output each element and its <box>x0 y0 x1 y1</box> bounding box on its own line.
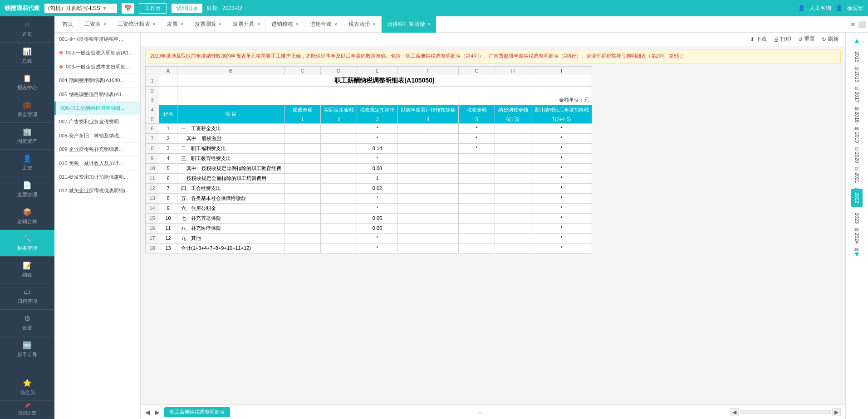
year-2023[interactable]: 2023年 <box>851 209 863 227</box>
sidebar-item-inout[interactable]: 📦 进销台账 <box>0 203 54 230</box>
reset-label: 重置 <box>804 35 815 43</box>
print-button[interactable]: 🖨 打印 <box>774 35 791 43</box>
sidebar-item-settings[interactable]: ⚙ 设置 <box>0 310 54 336</box>
cell-3a[interactable] <box>159 95 177 105</box>
service-label[interactable]: 人工客询 <box>809 5 831 12</box>
year-2024[interactable]: 2024年 <box>851 229 863 247</box>
tab-home[interactable]: 首页 <box>57 16 79 33</box>
sidebar-item-archive[interactable]: 🗂 归档管理 <box>0 283 54 310</box>
tab-salary-report[interactable]: 工资统计报表 × <box>112 16 162 33</box>
tab-income-tax-close[interactable]: × <box>428 22 431 27</box>
tab-salary-close[interactable]: × <box>103 22 106 27</box>
tab-salary[interactable]: 工资表 × <box>79 16 112 33</box>
year-2015[interactable]: 2015年 <box>851 48 863 66</box>
left-panel-item-011[interactable]: 011-研发费用加计扣除优惠明... <box>54 171 140 184</box>
tab-maximize-button[interactable]: ⬜ <box>858 21 866 28</box>
inout-icon: 📦 <box>23 208 32 216</box>
refresh-button[interactable]: ↻ 刷新 <box>822 35 839 43</box>
year-2018[interactable]: 2018年 <box>851 108 863 126</box>
main-table-area: ⬇ 下载 🖨 打印 ↺ 重置 ↻ 刷新 <box>141 33 845 419</box>
tab-invoice-calc-close[interactable]: × <box>219 22 222 27</box>
year-nav-down[interactable]: ▼ <box>852 248 863 260</box>
left-panel-item-012[interactable]: 012-减免企业所得税优惠明细(... <box>54 184 140 198</box>
sidebar-item-tax[interactable]: 🔧 税务管理 <box>0 230 54 257</box>
cell-1a[interactable] <box>159 75 177 86</box>
left-panel-item-005[interactable]: 005-纳税调整项目明细表(A1... <box>54 88 140 102</box>
scroll-right-btn[interactable]: ▶ <box>832 408 841 416</box>
sidebar-item-salary[interactable]: 👤 工资 <box>0 150 54 176</box>
tab-close-all-button[interactable]: ✕ <box>850 21 856 28</box>
tab-income-tax[interactable]: 所得税汇算清缴 × <box>382 16 436 33</box>
left-panel-item-004[interactable]: 004-期间费用明细表(A1040... <box>54 74 140 88</box>
left-panel-item-010[interactable]: 010-免税、减计收入及加计... <box>54 157 140 171</box>
tab-invoice-open-close[interactable]: × <box>257 22 260 27</box>
table-row: 13 8 五、各类基本社会保障性缴款 * * <box>146 193 592 203</box>
left-panel-item-008[interactable]: 008-资产折旧、摊销及纳税... <box>54 129 140 143</box>
sidebar-item-invoice[interactable]: 📄 发票管理 <box>0 176 54 203</box>
left-panel-item-007[interactable]: 007-广告费和业务宣传费明... <box>54 115 140 129</box>
year-2021[interactable]: 2021年 <box>851 169 863 187</box>
cell-2a[interactable] <box>159 86 177 95</box>
sidebar-item-assets[interactable]: 🏢 固定资产 <box>0 123 54 150</box>
year-nav-up[interactable]: ▲ <box>852 35 863 47</box>
sheet-nav-next[interactable]: ▶ <box>155 409 160 416</box>
download-button[interactable]: ⬇ 下载 <box>750 35 767 43</box>
tab-inout-ledger-close[interactable]: × <box>334 22 337 27</box>
sidebar-item-ledger[interactable]: 📊 总账 <box>0 43 54 69</box>
sidebar-item-label: 归档管理 <box>17 298 37 305</box>
warning-banner: 2019年度涉及取以前年度结转数据的申报表单元格需要手工维护正确，才能保证本年及… <box>145 49 841 63</box>
table-container[interactable]: A B C D E F G H I 1 <box>141 66 845 404</box>
unpin-label[interactable]: 📌 取消固定 <box>0 401 54 419</box>
download-icon: ⬇ <box>750 36 755 43</box>
row-num-3: 3 <box>146 95 159 105</box>
tab-invoice-open[interactable]: 发票开具 × <box>227 16 266 33</box>
col-label-d: D <box>321 66 357 75</box>
left-panel-item-001[interactable]: 001-企业所得税年度纳税申... <box>54 33 140 46</box>
sidebar-item-label: 新手引导 <box>17 351 37 358</box>
settings-icon: ⚙ <box>24 314 30 323</box>
tab-inout-check[interactable]: 进销稽核 × <box>266 16 304 33</box>
sidebar-item-member[interactable]: ⭐ 畅会员 <box>0 374 54 401</box>
tab-invoice-close[interactable]: × <box>181 22 183 27</box>
calendar-icon[interactable]: 📅 <box>122 3 134 14</box>
left-panel-item-002[interactable]: ⊗ 002-一般企业收入明细表(A1... <box>54 46 140 60</box>
tab-tax-list-close[interactable]: × <box>373 22 376 27</box>
capital-icon: 💼 <box>23 101 32 109</box>
sheet-nav-prev[interactable]: ◀ <box>145 409 150 416</box>
sheet-tab[interactable]: 职工薪酬纳税调整明细表 <box>164 407 230 417</box>
year-2016[interactable]: 2016年 <box>851 68 863 86</box>
table-row: 17 12 九、其他 * * <box>146 233 592 243</box>
year-2020[interactable]: 2020年 <box>851 148 863 166</box>
row-num-4: 4 <box>146 105 159 115</box>
scroll-left-btn[interactable]: ◀ <box>730 408 739 416</box>
year-2022[interactable]: 2022年 <box>851 189 863 207</box>
col-label-h: H <box>495 66 531 75</box>
tab-invoice[interactable]: 发票 × <box>162 16 189 33</box>
row-num-5: 5 <box>146 115 159 123</box>
tab-bar: 首页 工资表 × 工资统计报表 × 发票 × 发票测算 × 发票开具 × <box>54 16 868 33</box>
col-header-item: 项 目 <box>177 105 284 123</box>
left-panel-item-006[interactable]: 006-职工薪酬纳税调整明细... <box>54 102 140 115</box>
year-2017[interactable]: 2017年 <box>851 88 863 106</box>
sidebar-item-guide[interactable]: 🆕 新手引导 <box>0 336 54 363</box>
sidebar-item-close[interactable]: 📝 结账 <box>0 257 54 283</box>
sidebar-item-label: 总账 <box>22 58 32 64</box>
item-label: 009-企业所得税补充明细表... <box>59 146 123 152</box>
left-panel-item-003[interactable]: ⊗ 003-一般企业成本支出明细... <box>54 60 140 74</box>
company-selector[interactable]: (勾机）江西晗宝-LSS ▼ <box>44 4 117 13</box>
sidebar-item-capital[interactable]: 💼 资金管理 <box>0 96 54 123</box>
year-2019[interactable]: 2019年 <box>851 128 863 146</box>
sidebar: ⌂ 首页 📊 总账 📋 报表中心 💼 资金管理 🏢 固定资产 👤 工资 📄 发票… <box>0 16 54 419</box>
horizontal-scrollbar[interactable] <box>740 410 831 414</box>
tab-salary-report-close[interactable]: × <box>153 22 156 27</box>
tab-inout-ledger[interactable]: 进销台账 × <box>304 16 343 33</box>
reset-button[interactable]: ↺ 重置 <box>798 35 815 43</box>
left-panel-item-009[interactable]: 009-企业所得税补充明细表... <box>54 143 140 156</box>
sidebar-item-home[interactable]: ⌂ 首页 <box>0 16 54 43</box>
tab-invoice-calc[interactable]: 发票测算 × <box>189 16 228 33</box>
workbench-button[interactable]: 工作台 <box>139 3 167 14</box>
switch-version-button[interactable]: 切到旧版 <box>172 4 202 13</box>
sidebar-item-reports[interactable]: 📋 报表中心 <box>0 69 54 96</box>
tab-tax-list[interactable]: 税表清册 × <box>343 16 382 33</box>
tab-inout-check-close[interactable]: × <box>296 22 299 27</box>
